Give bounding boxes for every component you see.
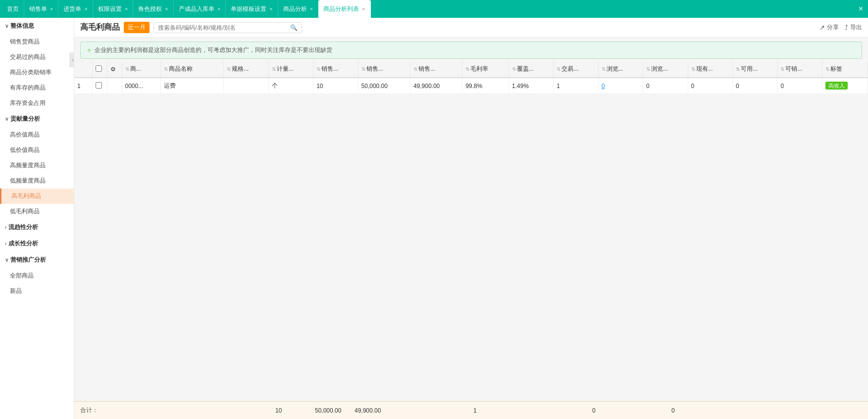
close-tab-purchase[interactable]: × — [84, 6, 87, 12]
col-saleable[interactable]: ⇅可销... — [777, 61, 822, 78]
cell-margin-rate: 99.8% — [462, 78, 509, 94]
content-header: 高毛利商品 近一月 🔍 ↗ 分享 ⤴ 导出 — [74, 18, 868, 38]
sidebar-group-marketing[interactable]: ∨ 营销推广分析 — [0, 252, 74, 268]
col-available[interactable]: ⇅可用... — [732, 61, 777, 78]
cell-sales-qty: 10 — [313, 78, 358, 94]
tab-purchase[interactable]: 进货单 × — [58, 0, 93, 18]
sort-icon-available: ⇅ — [736, 66, 740, 72]
col-spec[interactable]: ⇅规格... — [224, 61, 268, 78]
share-button[interactable]: ↗ 分享 — [819, 23, 839, 32]
col-browse2[interactable]: ⇅浏览... — [643, 61, 688, 78]
cell-sales-cost: 49,900.00 — [410, 78, 462, 94]
sidebar-group-growth[interactable]: › 成长性分析 — [0, 235, 74, 252]
arrow-general: ∨ — [5, 23, 8, 29]
data-table: ⚙ ⇅商... ⇅商品名称 ⇅规格... ⇅计量... — [74, 61, 868, 94]
sidebar: « ∨ 整体信息 销售货商品 交易过的商品 商品分类助销率 有库存的商品 库存资… — [0, 18, 74, 419]
search-icon[interactable]: 🔍 — [290, 24, 298, 31]
tab-analysis[interactable]: 商品分析 × — [278, 0, 318, 18]
col-unit[interactable]: ⇅计量... — [268, 61, 313, 78]
col-sales-qty[interactable]: ⇅销售... — [313, 61, 358, 78]
sidebar-item-low-value[interactable]: 低价值商品 — [0, 142, 74, 158]
sidebar-item-low-margin[interactable]: 低毛利商品 — [0, 204, 74, 219]
cell-code: 0000... — [122, 78, 161, 94]
row-checkbox[interactable] — [96, 82, 102, 89]
cell-sales-amt: 50,000.00 — [358, 78, 410, 94]
cell-coverage: 1.49% — [509, 78, 553, 94]
footer-cost-cell: 49,900.00 — [352, 407, 391, 414]
tab-templates[interactable]: 单据模板设置 × — [226, 0, 278, 18]
cell-unit: 个 — [268, 78, 313, 94]
cell-browse1[interactable]: 0 — [598, 78, 643, 94]
sidebar-item-high-value[interactable]: 高价值商品 — [0, 127, 74, 142]
table-body: 1 0000... 运费 个 10 50,000.00 49,900.00 99… — [74, 78, 868, 94]
page-title: 高毛利商品 — [80, 22, 120, 33]
sidebar-item-low-freq[interactable]: 低频量度商品 — [0, 173, 74, 188]
sidebar-item-sales-goods[interactable]: 销售货商品 — [0, 34, 74, 49]
sort-icon-unit: ⇅ — [272, 66, 276, 72]
close-tab-analysislist[interactable]: × — [362, 6, 365, 12]
close-tab-analysis[interactable]: × — [310, 6, 313, 12]
cell-browse2: 0 — [643, 78, 688, 94]
sidebar-item-analysis-rate[interactable]: 商品分类助销率 — [0, 65, 74, 80]
col-trade[interactable]: ⇅交易... — [554, 61, 598, 78]
sidebar-item-high-margin[interactable]: 高毛利商品 — [0, 188, 74, 204]
col-sales-amt[interactable]: ⇅销售... — [358, 61, 410, 78]
close-tab-products[interactable]: × — [217, 6, 220, 12]
header-actions: ↗ 分享 ⤴ 导出 — [819, 23, 862, 32]
sidebar-item-inventory-goods[interactable]: 有库存的商品 — [0, 80, 74, 95]
close-all-tabs[interactable]: × — [854, 4, 868, 13]
close-tab-templates[interactable]: × — [269, 6, 272, 12]
col-coverage[interactable]: ⇅覆盖... — [509, 61, 553, 78]
col-current-stock[interactable]: ⇅现有... — [688, 61, 732, 78]
tab-home[interactable]: 首页 — [2, 0, 24, 18]
sidebar-item-all-goods[interactable]: 全部商品 — [0, 268, 74, 283]
settings-icon: ⚙ — [110, 66, 116, 73]
select-all-checkbox[interactable] — [96, 65, 102, 72]
sidebar-item-inventory-ratio[interactable]: 库存资金占用 — [0, 95, 74, 111]
col-settings[interactable]: ⚙ — [107, 61, 122, 78]
filter-month-button[interactable]: 近一月 — [124, 22, 150, 33]
info-banner: ✧ 企业的主要的利润都是这部分商品创造的，可考虑加大推广，同时关注库存是不要出现… — [80, 42, 862, 59]
sort-icon-code: ⇅ — [125, 66, 129, 72]
cell-tag: 高收入 — [822, 78, 868, 94]
cell-checkbox[interactable] — [92, 78, 107, 94]
close-tab-sales[interactable]: × — [50, 6, 53, 12]
cell-trade: 1 — [554, 78, 598, 94]
col-margin-rate[interactable]: ⇅毛利率 — [462, 61, 509, 78]
close-tab-permissions[interactable]: × — [125, 6, 128, 12]
col-browse1[interactable]: ⇅浏览... — [598, 61, 643, 78]
footer-label: 合计： — [80, 406, 98, 415]
sort-icon-sales-amt: ⇅ — [361, 66, 365, 72]
col-tag[interactable]: ⇅标签 — [822, 61, 868, 78]
arrow-marketing: ∨ — [5, 257, 8, 263]
sidebar-item-new-goods[interactable]: 新品 — [0, 283, 74, 299]
cell-name: 运费 — [161, 78, 224, 94]
sidebar-item-traded-goods[interactable]: 交易过的商品 — [0, 49, 74, 65]
table-row: 1 0000... 运费 个 10 50,000.00 49,900.00 99… — [74, 78, 868, 94]
col-name[interactable]: ⇅商品名称 — [161, 61, 224, 78]
sidebar-group-financial[interactable]: ∨ 贡献量分析 — [0, 111, 74, 127]
tab-analysislist[interactable]: 商品分析列表 × — [318, 0, 370, 18]
export-button[interactable]: ⤴ 导出 — [845, 23, 862, 32]
close-tab-roles[interactable]: × — [165, 6, 168, 12]
info-icon: ✧ — [87, 47, 92, 54]
col-checkbox — [92, 61, 107, 78]
tab-products[interactable]: 产成品入库单 × — [174, 0, 226, 18]
sidebar-group-trend[interactable]: › 流趋性分析 — [0, 219, 74, 235]
sort-icon-coverage: ⇅ — [512, 66, 516, 72]
col-sales-cost[interactable]: ⇅销售... — [410, 61, 462, 78]
arrow-trend: › — [5, 225, 6, 230]
col-code[interactable]: ⇅商... — [122, 61, 161, 78]
tab-permissions[interactable]: 权限设置 × — [93, 0, 133, 18]
cell-current-stock: 0 — [688, 78, 732, 94]
search-input[interactable] — [158, 24, 290, 31]
tab-roles[interactable]: 角色授权 × — [133, 0, 173, 18]
sidebar-item-high-freq[interactable]: 高频量度商品 — [0, 158, 74, 173]
sidebar-collapse-button[interactable]: « — [69, 52, 74, 67]
sidebar-group-general[interactable]: ∨ 整体信息 — [0, 18, 74, 34]
cell-settings — [107, 78, 122, 94]
export-icon: ⤴ — [845, 24, 848, 31]
tab-sales[interactable]: 销售单 × — [24, 0, 58, 18]
sort-icon-browse2: ⇅ — [646, 66, 650, 72]
sort-icon-spec: ⇅ — [227, 66, 231, 72]
